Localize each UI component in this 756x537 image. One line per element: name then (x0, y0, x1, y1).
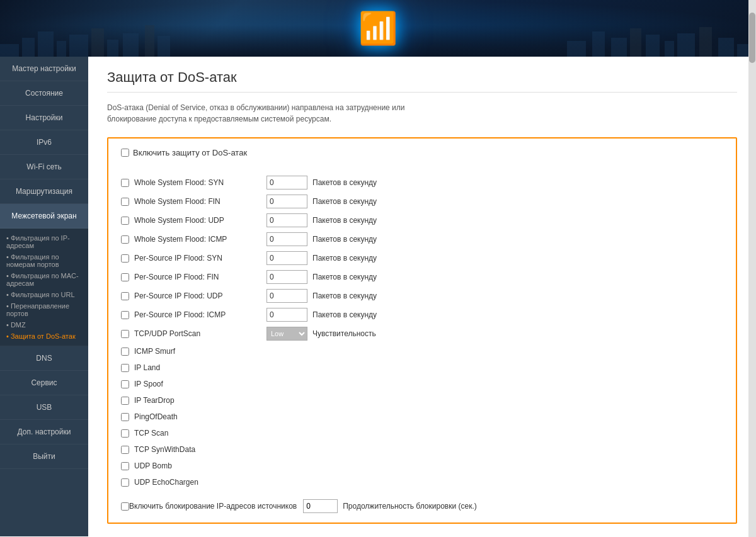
checkbox-portscan[interactable] (121, 330, 129, 338)
sidebar-submenu-mac-filter[interactable]: Фильтрация по MAC-адресам (6, 270, 82, 289)
sidebar-item-dns[interactable]: DNS (0, 346, 88, 371)
sidebar-submenu-port-forward[interactable]: Перенаправление портов (6, 300, 82, 319)
svg-rect-7 (123, 33, 139, 57)
sidebar-item-usb[interactable]: USB (0, 395, 88, 420)
sidebar-item-service[interactable]: Сервис (0, 371, 88, 395)
sidebar-item-settings[interactable]: Настройки (0, 106, 88, 130)
checkbox-udp-bomb[interactable] (121, 462, 129, 470)
svg-rect-11 (592, 31, 605, 57)
checkbox-src-fin[interactable] (121, 273, 129, 281)
sensitivity-select[interactable]: Low Medium High (266, 327, 307, 341)
checkbox-tcp-synwithdata[interactable] (121, 446, 129, 454)
option-row-src-icmp: Per-Source IP Flood: ICMP Пакетов в секу… (121, 305, 723, 324)
input-src-syn[interactable] (266, 251, 307, 265)
unit-portscan: Чувствительность (312, 329, 376, 338)
sidebar-item-extra[interactable]: Доп. настройки (0, 420, 88, 444)
checkbox-udp-echo[interactable] (121, 478, 129, 487)
label-ip-teardrop: IP TearDrop (134, 396, 260, 405)
main-layout: Мастер настройки Состояние Настройки IPv… (0, 57, 756, 536)
input-src-fin[interactable] (266, 270, 307, 284)
unit-udp: Пакетов в секунду (312, 216, 377, 225)
checkbox-syn[interactable] (121, 179, 129, 187)
label-udp: Whole System Flood: UDP (134, 216, 260, 225)
checkbox-tcp-scan[interactable] (121, 429, 129, 438)
option-row-fin: Whole System Flood: FIN Пакетов в секунд… (121, 192, 723, 211)
checkbox-icmp-smurf[interactable] (121, 348, 129, 356)
svg-rect-13 (630, 28, 641, 57)
svg-rect-3 (57, 41, 66, 57)
sidebar-submenu-url-filter[interactable]: Фильтрация по URL (6, 289, 82, 300)
unit-src-syn: Пакетов в секунду (312, 254, 377, 263)
label-fin: Whole System Flood: FIN (134, 197, 260, 206)
label-src-syn: Per-Source IP Flood: SYN (134, 254, 260, 263)
checkbox-src-syn[interactable] (121, 254, 129, 263)
option-row-portscan: TCP/UDP PortScan Low Medium High Чувстви… (121, 324, 723, 343)
input-icmp[interactable] (266, 232, 307, 246)
option-row-udp-echo: UDP EchoChargen (121, 474, 723, 490)
label-ip-land: IP Land (134, 363, 260, 372)
block-ip-row: Включить блокирование IP-адресов источни… (121, 495, 723, 513)
checkbox-src-icmp[interactable] (121, 311, 129, 319)
sidebar-item-master[interactable]: Мастер настройки (0, 57, 88, 81)
checkbox-fin[interactable] (121, 198, 129, 206)
option-row-ping-death: PingOfDeath (121, 409, 723, 425)
svg-rect-5 (91, 28, 104, 57)
option-row-syn: Whole System Flood: SYN Пакетов в секунд… (121, 173, 723, 192)
sidebar-submenu-dos[interactable]: Защита от DoS-атак (6, 331, 82, 342)
svg-rect-8 (145, 25, 154, 57)
sidebar-submenu-firewall: Фильтрация по IP-адресам Фильтрация по н… (0, 229, 88, 346)
sidebar-item-wifi[interactable]: Wi-Fi сеть (0, 155, 88, 179)
input-src-udp[interactable] (266, 289, 307, 303)
svg-rect-14 (646, 35, 660, 57)
svg-rect-16 (677, 33, 695, 57)
sidebar-item-ipv6[interactable]: IPv6 (0, 130, 88, 155)
checkbox-ip-teardrop[interactable] (121, 397, 129, 405)
svg-rect-2 (38, 31, 54, 57)
option-row-ip-teardrop: IP TearDrop (121, 392, 723, 409)
checkbox-ip-spoof[interactable] (121, 380, 129, 388)
checkbox-ip-land[interactable] (121, 364, 129, 372)
sidebar-item-logout[interactable]: Выйти (0, 444, 88, 469)
option-row-tcp-scan: TCP Scan (121, 425, 723, 441)
checkbox-src-udp[interactable] (121, 292, 129, 300)
sidebar-submenu-port-filter[interactable]: Фильтрация по номерам портов (6, 251, 82, 270)
input-fin[interactable] (266, 195, 307, 208)
sidebar-submenu-dmz[interactable]: DMZ (6, 319, 82, 331)
option-row-src-udp: Per-Source IP Flood: UDP Пакетов в секун… (121, 286, 723, 305)
checkbox-icmp[interactable] (121, 235, 129, 244)
svg-rect-18 (718, 38, 734, 57)
enable-dos-checkbox[interactable] (121, 149, 129, 157)
scrollbar[interactable] (748, 0, 756, 537)
unit-syn: Пакетов в секунду (312, 178, 377, 187)
option-row-udp: Whole System Flood: UDP Пакетов в секунд… (121, 211, 723, 230)
enable-dos-row: Включить защиту от DoS-атак (121, 148, 723, 164)
input-udp[interactable] (266, 213, 307, 227)
input-src-icmp[interactable] (266, 308, 307, 322)
label-tcp-synwithdata: TCP SynWithData (134, 445, 260, 454)
option-row-ip-land: IP Land (121, 359, 723, 376)
svg-rect-12 (611, 38, 627, 57)
scrollbar-thumb[interactable] (749, 13, 755, 63)
enable-dos-label: Включить защиту от DoS-атак (133, 148, 247, 157)
checkbox-udp[interactable] (121, 217, 129, 225)
sidebar-item-firewall[interactable]: Межсетевой экран (0, 204, 88, 229)
input-block-ip-duration[interactable] (303, 499, 338, 513)
header-banner: 📶 (0, 0, 756, 57)
sidebar-item-routing[interactable]: Маршрутизация (0, 179, 88, 204)
label-icmp: Whole System Flood: ICMP (134, 235, 260, 244)
option-row-ip-spoof: IP Spoof (121, 376, 723, 392)
label-src-fin: Per-Source IP Flood: FIN (134, 273, 260, 281)
label-udp-echo: UDP EchoChargen (134, 478, 260, 487)
checkbox-block-ip[interactable] (121, 502, 129, 511)
input-syn[interactable] (266, 176, 307, 189)
label-src-icmp: Per-Source IP Flood: ICMP (134, 310, 260, 319)
svg-rect-0 (0, 44, 19, 57)
svg-rect-9 (158, 36, 170, 57)
label-tcp-scan: TCP Scan (134, 429, 260, 438)
dos-protection-box: Включить защиту от DoS-атак Whole System… (107, 137, 737, 524)
sidebar-submenu-ip-filter[interactable]: Фильтрация по IP-адресам (6, 232, 82, 251)
sidebar-item-status[interactable]: Состояние (0, 81, 88, 106)
label-src-udp: Per-Source IP Flood: UDP (134, 291, 260, 300)
checkbox-ping-death[interactable] (121, 413, 129, 421)
page-description: DoS-атака (Denial of Service, отказ в об… (107, 102, 737, 125)
